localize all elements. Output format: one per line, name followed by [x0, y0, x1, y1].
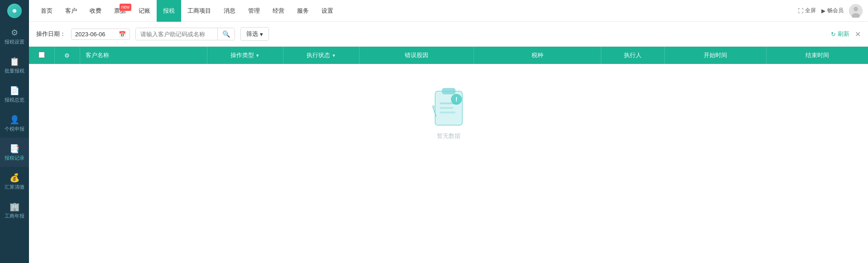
th-settings[interactable]: ⚙ [54, 47, 80, 64]
sidebar-item-batch-tax[interactable]: 📋 批量报税 [0, 51, 29, 80]
sidebar-icon-tax-summary: 📄 [10, 86, 19, 96]
svg-text:!: ! [455, 96, 457, 103]
search-button[interactable]: 🔍 [217, 28, 235, 40]
sidebar-icon-annual-report: 🏢 [10, 202, 19, 212]
nav-label-home: 首页 [41, 7, 53, 15]
user-avatar[interactable] [849, 4, 863, 18]
filter-label: 筛选 [246, 30, 258, 38]
nav-label-tax: 报税 [163, 7, 175, 15]
logo-icon [7, 4, 22, 18]
nav-item-tax[interactable]: 报税 [157, 0, 181, 22]
search-input[interactable] [136, 29, 217, 40]
fullscreen-button[interactable]: ⛶ 全屏 [798, 7, 816, 15]
calendar-icon: 📅 [119, 31, 126, 38]
nav-item-customer[interactable]: 客户 [59, 0, 83, 22]
date-label: 操作日期： [36, 30, 66, 38]
sidebar-label-tax-settings: 报税设置 [5, 39, 24, 45]
nav-badge-invoice: new [120, 4, 131, 11]
empty-illustration: ! [426, 82, 471, 127]
th-exec-status[interactable]: 执行状态▼ [283, 47, 359, 64]
sidebar-item-annual-report[interactable]: 🏢 工商年报 [0, 196, 29, 225]
empty-text: 暂无数据 [437, 132, 460, 140]
sidebar-item-tax-settings[interactable]: ⚙ 报税设置 [0, 22, 29, 51]
th-executor: 执行人 [601, 47, 664, 64]
svg-rect-9 [440, 107, 453, 109]
close-button[interactable]: ✕ [855, 30, 861, 39]
data-table: ⚙ 客户名称 操作类型▼ 执行状态▼ 错误股因 税种 执行人 开始时间 结束时间 [29, 47, 868, 64]
nav-item-service[interactable]: 服务 [291, 0, 315, 22]
main-area: 首页客户收费票据new记账报税工商项目消息管理经营服务设置 ⛶ 全屏 ▶ 畅会员 [29, 0, 868, 263]
sidebar-label-batch-tax: 批量报税 [5, 68, 24, 74]
nav-label-manage: 管理 [248, 7, 260, 15]
select-all-checkbox[interactable] [38, 52, 45, 58]
search-wrapper: 🔍 [135, 28, 235, 40]
nav-label-billing: 收费 [90, 7, 101, 15]
th-op-type[interactable]: 操作类型▼ [207, 47, 283, 64]
sidebar-icon-tax-record: 📑 [10, 144, 19, 154]
sidebar-item-settlement[interactable]: 💰 汇算清缴 [0, 167, 29, 196]
filter-button[interactable]: 筛选 ▾ [240, 27, 269, 41]
svg-point-1 [13, 9, 16, 13]
table-header-row: ⚙ 客户名称 操作类型▼ 执行状态▼ 错误股因 税种 执行人 开始时间 结束时间 [29, 47, 868, 64]
nav-label-operation: 经营 [273, 7, 284, 15]
nav-item-billing[interactable]: 收费 [83, 0, 108, 22]
table-container: ⚙ 客户名称 操作类型▼ 执行状态▼ 错误股因 税种 执行人 开始时间 结束时间 [29, 47, 868, 263]
sidebar-icon-batch-tax: 📋 [10, 57, 19, 67]
fullscreen-label: 全屏 [805, 7, 816, 15]
page-content: 操作日期： 📅 🔍 筛选 ▾ ↻ 刷新 [29, 22, 868, 263]
svg-marker-14 [432, 105, 435, 108]
member-button[interactable]: ▶ 畅会员 [821, 7, 844, 15]
nav-item-bizproject[interactable]: 工商项目 [181, 0, 217, 22]
nav-label-service: 服务 [297, 7, 309, 15]
topnav-right: ⛶ 全屏 ▶ 畅会员 [798, 4, 863, 18]
sidebar-icon-settlement: 💰 [10, 173, 19, 183]
th-end-time: 结束时间 [766, 47, 868, 64]
svg-rect-7 [442, 88, 456, 94]
sidebar-icon-tax-settings: ⚙ [11, 28, 18, 38]
content-area: 操作日期： 📅 🔍 筛选 ▾ ↻ 刷新 [29, 22, 868, 263]
topnav-items: 首页客户收费票据new记账报税工商项目消息管理经营服务设置 [34, 0, 798, 22]
nav-item-home[interactable]: 首页 [34, 0, 59, 22]
sidebar-label-annual-report: 工商年报 [5, 213, 24, 219]
refresh-button[interactable]: ↻ 刷新 [831, 30, 849, 38]
sidebar-item-tax-summary[interactable]: 📄 报税总览 [0, 80, 29, 109]
sidebar-logo [0, 0, 29, 22]
toolbar-right: ↻ 刷新 ✕ [831, 30, 861, 39]
nav-item-message[interactable]: 消息 [217, 0, 242, 22]
sidebar-icon-personal-tax: 👤 [10, 115, 19, 125]
th-customer-name: 客户名称 [80, 47, 207, 64]
video-icon: ▶ [821, 8, 825, 14]
member-label: 畅会员 [827, 7, 844, 15]
th-start-time: 开始时间 [665, 47, 767, 64]
toolbar: 操作日期： 📅 🔍 筛选 ▾ ↻ 刷新 [29, 22, 868, 47]
nav-label-accounts: 记账 [139, 7, 150, 15]
date-picker[interactable]: 📅 [71, 29, 130, 40]
sidebar: ⚙ 报税设置📋 批量报税📄 报税总览👤 个税申报📑 报税记录💰 汇算清缴🏢 工商… [0, 0, 29, 263]
refresh-label: 刷新 [838, 30, 849, 38]
nav-label-bizproject: 工商项目 [187, 7, 211, 15]
sidebar-label-tax-record: 报税记录 [5, 155, 24, 161]
chevron-down-icon: ▾ [260, 31, 263, 38]
svg-rect-10 [440, 112, 456, 113]
sidebar-label-tax-summary: 报税总览 [5, 97, 24, 103]
topnav: 首页客户收费票据new记账报税工商项目消息管理经营服务设置 ⛶ 全屏 ▶ 畅会员 [29, 0, 868, 22]
fullscreen-icon: ⛶ [798, 8, 803, 14]
sidebar-item-personal-tax[interactable]: 👤 个税申报 [0, 109, 29, 138]
nav-item-invoice[interactable]: 票据new [108, 0, 132, 22]
nav-item-operation[interactable]: 经营 [266, 0, 291, 22]
nav-label-settings: 设置 [321, 7, 333, 15]
nav-item-settings[interactable]: 设置 [315, 0, 340, 22]
nav-item-accounts[interactable]: 记账 [132, 0, 157, 22]
empty-state: ! 暂无数据 [29, 64, 868, 149]
sidebar-label-settlement: 汇算清缴 [5, 184, 24, 190]
nav-item-manage[interactable]: 管理 [242, 0, 266, 22]
nav-label-message: 消息 [224, 7, 235, 15]
th-error-reason: 错误股因 [360, 47, 474, 64]
nav-label-customer: 客户 [65, 7, 77, 15]
sidebar-label-personal-tax: 个税申报 [5, 126, 24, 132]
th-tax-type: 税种 [474, 47, 601, 64]
refresh-icon: ↻ [831, 31, 836, 38]
sidebar-item-tax-record[interactable]: 📑 报税记录 [0, 138, 29, 167]
date-input[interactable] [75, 31, 116, 38]
th-checkbox [29, 47, 54, 64]
